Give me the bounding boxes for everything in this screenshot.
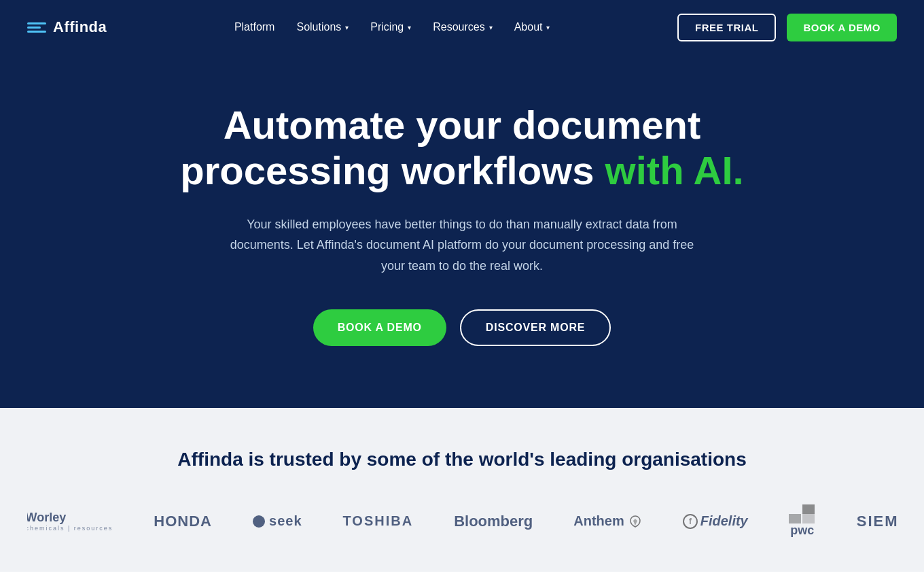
logo-bloomberg: Bloomberg: [433, 513, 553, 530]
chevron-down-icon: ▾: [546, 24, 550, 31]
free-trial-button[interactable]: FREE TRIAL: [677, 14, 776, 41]
nav-item-about[interactable]: About ▾: [506, 16, 558, 39]
trusted-heading: Affinda is trusted by some of the world'…: [27, 449, 897, 470]
navigation: Affinda Platform Solutions ▾ Pricing ▾ R…: [0, 0, 924, 54]
nav-link-resources[interactable]: Resources ▾: [425, 16, 500, 39]
logo-seek: seek: [232, 513, 323, 529]
logo-toshiba: TOSHIBA: [323, 513, 434, 529]
logo-honda: HONDA: [133, 513, 232, 530]
logo-icon: [27, 22, 46, 33]
book-demo-nav-button[interactable]: BOOK A DEMO: [787, 14, 897, 41]
book-demo-hero-button[interactable]: BOOK A DEMO: [313, 309, 446, 346]
trusted-section: Affinda is trusted by some of the world'…: [0, 408, 924, 572]
logos-row: Worley chemicals | resources HONDA seek …: [27, 504, 897, 538]
nav-link-about[interactable]: About ▾: [506, 16, 558, 39]
nav-item-resources[interactable]: Resources ▾: [425, 16, 500, 39]
hero-section: Automate your document processing workfl…: [0, 54, 924, 408]
logo-worley: Worley chemicals | resources: [27, 511, 133, 532]
logo-link[interactable]: Affinda: [27, 18, 107, 36]
hero-headline: Automate your document processing workfl…: [180, 103, 743, 193]
hero-subtext: Your skilled employees have better thing…: [217, 214, 707, 277]
logo-pwc: pwc: [768, 504, 836, 538]
chevron-down-icon: ▾: [345, 24, 349, 31]
logo-anthem: Anthem: [553, 513, 662, 529]
svg-text:f: f: [689, 517, 692, 526]
nav-link-solutions[interactable]: Solutions ▾: [288, 16, 357, 39]
nav-item-solutions[interactable]: Solutions ▾: [288, 16, 357, 39]
svg-rect-3: [789, 514, 801, 523]
chevron-down-icon: ▾: [489, 24, 493, 31]
nav-links: Platform Solutions ▾ Pricing ▾ Resources…: [226, 16, 558, 39]
nav-item-platform[interactable]: Platform: [226, 16, 283, 39]
logo-text: Affinda: [53, 18, 107, 36]
nav-link-platform[interactable]: Platform: [226, 16, 283, 39]
chevron-down-icon: ▾: [408, 24, 411, 31]
nav-item-pricing[interactable]: Pricing ▾: [362, 16, 419, 39]
discover-more-button[interactable]: DISCOVER MORE: [460, 309, 611, 346]
hero-buttons: BOOK A DEMO DISCOVER MORE: [313, 309, 611, 346]
nav-actions: FREE TRIAL BOOK A DEMO: [677, 14, 897, 41]
nav-link-pricing[interactable]: Pricing ▾: [362, 16, 419, 39]
logo-siemens: SIEM: [836, 513, 897, 530]
logo-fidelity: f Fidelity: [662, 513, 768, 529]
svg-rect-2: [802, 504, 815, 514]
svg-rect-4: [802, 514, 815, 523]
